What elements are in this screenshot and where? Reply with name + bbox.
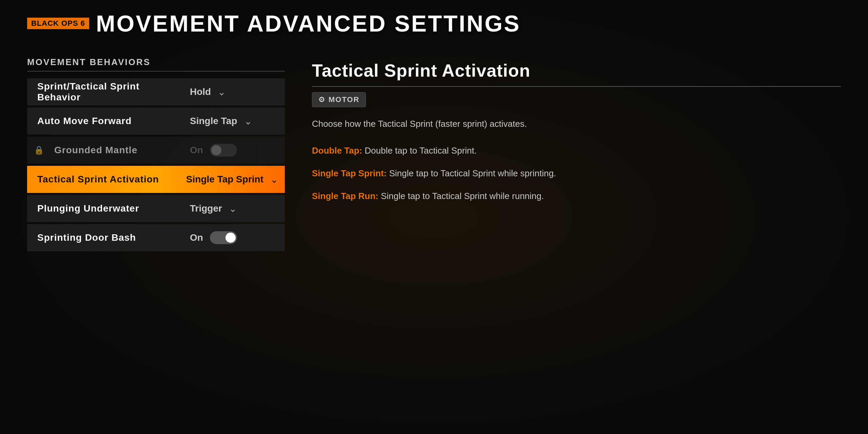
setting-row-auto-move-forward[interactable]: Auto Move Forward Single Tap ⌄ [27, 107, 285, 135]
chevron-icon-auto-move-forward: ⌄ [244, 116, 252, 127]
setting-row-tactical-sprint-activation[interactable]: Tactical Sprint Activation Single Tap Sp… [27, 166, 285, 193]
logo-badge: BLACK OPS 6 [27, 18, 89, 29]
motor-badge: ⚙ MOTOR [312, 92, 366, 107]
setting-name-sprinting-door-bash: Sprinting Door Bash [27, 232, 190, 243]
setting-value-area-sprint-behavior: Hold ⌄ [190, 86, 285, 98]
option-text-single-tap-run: Single tap to Tactical Sprint while runn… [378, 191, 544, 201]
setting-value-area-grounded-mantle: On [190, 144, 285, 157]
page-title: MOVEMENT ADVANCED SETTINGS [96, 10, 521, 37]
section-label: MOVEMENT BEHAVIORS [27, 57, 285, 72]
detail-description: Choose how the Tactical Sprint (faster s… [312, 117, 841, 131]
setting-value-plunging-underwater: Trigger [190, 203, 222, 214]
left-panel: MOVEMENT BEHAVIORS Sprint/Tactical Sprin… [27, 57, 285, 251]
chevron-icon-plunging-underwater: ⌄ [229, 203, 237, 214]
toggle-sprinting-door-bash[interactable] [210, 231, 237, 244]
setting-name-grounded-mantle: Grounded Mantle [44, 145, 190, 156]
option-label-double-tap: Double Tap: [312, 145, 362, 156]
setting-value-area-auto-move-forward: Single Tap ⌄ [190, 116, 285, 127]
setting-name-plunging-underwater: Plunging Underwater [27, 203, 190, 214]
setting-row-grounded-mantle: 🔒 Grounded Mantle On [27, 137, 285, 164]
setting-name-auto-move-forward: Auto Move Forward [27, 116, 190, 126]
settings-list: Sprint/Tactical Sprint Behavior Hold ⌄ A… [27, 78, 285, 251]
setting-value-grounded-mantle: On [190, 145, 203, 156]
setting-row-plunging-underwater[interactable]: Plunging Underwater Trigger ⌄ [27, 195, 285, 222]
detail-title: Tactical Sprint Activation [312, 60, 841, 87]
option-single-tap-sprint: Single Tap Sprint: Single tap to Tactica… [312, 167, 841, 180]
setting-name-tactical-sprint-activation: Tactical Sprint Activation [27, 174, 186, 185]
setting-value-area-sprinting-door-bash: On [190, 231, 285, 244]
setting-value-auto-move-forward: Single Tap [190, 116, 237, 126]
chevron-icon-tactical-sprint-activation: ⌄ [270, 174, 278, 185]
motor-label: MOTOR [329, 95, 359, 104]
setting-value-sprint-behavior: Hold [190, 86, 211, 97]
setting-name-sprint-behavior: Sprint/Tactical Sprint Behavior [27, 81, 190, 103]
setting-value-area-tactical-sprint-activation: Single Tap Sprint ⌄ [186, 174, 285, 185]
header: BLACK OPS 6 MOVEMENT ADVANCED SETTINGS [27, 10, 841, 37]
motor-icon: ⚙ [318, 95, 325, 104]
detail-options: Double Tap: Double tap to Tactical Sprin… [312, 144, 841, 203]
chevron-icon-sprint-behavior: ⌄ [218, 86, 225, 98]
option-label-single-tap-sprint: Single Tap Sprint: [312, 168, 387, 178]
option-text-double-tap: Double tap to Tactical Sprint. [362, 145, 477, 156]
setting-row-sprinting-door-bash[interactable]: Sprinting Door Bash On [27, 224, 285, 251]
setting-row-sprint-behavior[interactable]: Sprint/Tactical Sprint Behavior Hold ⌄ [27, 78, 285, 105]
option-double-tap: Double Tap: Double tap to Tactical Sprin… [312, 144, 841, 157]
setting-value-area-plunging-underwater: Trigger ⌄ [190, 203, 285, 214]
option-label-single-tap-run: Single Tap Run: [312, 191, 378, 201]
setting-value-sprinting-door-bash: On [190, 232, 203, 243]
right-panel: Tactical Sprint Activation ⚙ MOTOR Choos… [312, 57, 841, 203]
option-text-single-tap-sprint: Single tap to Tactical Sprint while spri… [387, 168, 556, 178]
setting-value-tactical-sprint-activation: Single Tap Sprint [186, 174, 263, 185]
option-single-tap-run: Single Tap Run: Single tap to Tactical S… [312, 190, 841, 203]
lock-icon-grounded-mantle: 🔒 [27, 145, 44, 155]
toggle-grounded-mantle [210, 144, 237, 157]
